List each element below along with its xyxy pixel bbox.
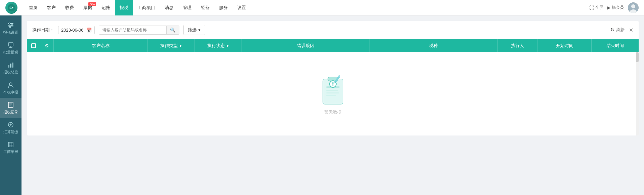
th-checkbox[interactable] [27,39,40,52]
annual-icon [7,141,14,148]
svg-point-0 [8,4,15,11]
sidebar-item-personal-tax-label: 个税申报 [3,90,18,94]
nav-home[interactable]: 首页 [24,0,42,15]
refresh-label: 刷新 [616,27,625,33]
table-header: ⚙ 客户名称 操作类型 ▼ 执行状态 ▼ 错误股因 [27,39,639,52]
reconcile-icon [7,121,14,128]
search-icon: 🔍 [170,28,176,33]
svg-point-7 [9,23,10,24]
fullscreen-button[interactable]: ⛶ 全屏 [589,5,603,10]
nav-menu: 首页 客户 收费 票据 new 记账 报税 工商项目 消息 管理 经营 服务 设… [24,0,589,15]
filter-label: 筛选 [188,27,197,33]
date-picker[interactable]: 2023-06-06 📅 [58,26,95,34]
sort-icon-op-type: ▼ [179,44,182,48]
sidebar-item-batch-tax[interactable]: 批量报税 [0,38,22,58]
fullscreen-icon: ⛶ [589,5,594,10]
date-label: 操作日期： [32,27,54,33]
sidebar-item-tax-overview[interactable]: 报税总览 [0,58,22,78]
chevron-down-icon: ▼ [198,28,201,32]
nav-message[interactable]: 消息 [160,0,178,15]
sort-icon-exec-status: ▼ [226,44,229,48]
svg-point-14 [9,83,12,85]
th-op-type[interactable]: 操作类型 ▼ [148,39,195,52]
table: ⚙ 客户名称 操作类型 ▼ 执行状态 ▼ 错误股因 [27,39,639,135]
sidebar-item-reconcile-label: 汇算清缴 [3,130,18,134]
nav-settings[interactable]: 设置 [232,0,251,15]
sidebar-item-reconcile[interactable]: 汇算清缴 [0,118,22,138]
th-error-reason: 错误股因 [242,39,370,52]
top-nav-right: ⛶ 全屏 ▶ 畅会员 [589,2,639,13]
nav-service[interactable]: 服务 [214,0,232,15]
video-icon: ▶ [607,5,610,10]
sidebar-item-tax-settings[interactable]: 报税设置 [0,18,22,38]
overview-icon [7,61,14,69]
settings-icon [7,22,14,29]
sidebar-item-tax-records-label: 报税记录 [3,110,18,114]
sidebar-item-personal-tax[interactable]: 个税申报 [0,78,22,98]
app-logo[interactable] [5,2,17,14]
nav-manage[interactable]: 管理 [178,0,196,15]
table-toolbar: 操作日期： 2023-06-06 📅 🔍 筛选 ▼ [27,21,639,39]
member-button[interactable]: ▶ 畅会员 [607,5,624,10]
nav-tax[interactable]: 报税 [115,0,133,15]
th-exec-status[interactable]: 执行状态 ▼ [195,39,242,52]
nav-client[interactable]: 客户 [42,0,60,15]
fullscreen-label: 全屏 [595,5,603,10]
scrollbar-track[interactable] [636,52,639,135]
svg-rect-22 [326,92,339,93]
sidebar-item-batch-tax-label: 批量报税 [3,50,18,54]
svg-rect-10 [8,43,13,46]
svg-rect-25 [332,82,333,85]
search-button[interactable]: 🔍 [166,26,179,34]
nav-fee[interactable]: 收费 [60,0,79,15]
close-icon: ✕ [629,27,633,33]
svg-rect-23 [326,95,336,96]
batch-icon [7,41,14,49]
svg-rect-13 [12,63,13,68]
th-end-time: 结束时间 [592,39,639,52]
records-icon [7,101,14,109]
search-input-wrap: 🔍 [99,26,179,35]
th-settings[interactable]: ⚙ [40,39,54,52]
svg-point-2 [631,4,635,8]
new-badge: new [88,2,96,6]
main-layout: 报税设置 批量报税 报税总览 [0,15,644,195]
select-all-checkbox[interactable] [31,43,36,48]
search-input[interactable] [99,26,166,34]
svg-point-26 [332,85,333,86]
svg-rect-21 [326,90,338,91]
th-executor: 执行人 [498,39,538,52]
refresh-button[interactable]: ↻ 刷新 [610,27,625,33]
member-label: 畅会员 [612,5,624,10]
scrollbar-thumb[interactable] [636,52,639,62]
svg-rect-11 [8,65,9,68]
empty-text: 暂无数据 [324,109,342,115]
sidebar-item-annual-report-label: 工商年报 [3,150,18,154]
user-avatar[interactable] [628,2,639,13]
svg-point-9 [9,26,11,28]
toolbar-right: ↻ 刷新 ✕ [610,27,633,33]
sidebar-item-annual-report[interactable]: 工商年报 [0,138,22,157]
date-value: 2023-06-06 [61,28,84,33]
filter-button[interactable]: 筛选 ▼ [183,25,206,35]
table-card: 操作日期： 2023-06-06 📅 🔍 筛选 ▼ [27,21,639,135]
table-body: 暂无数据 [27,52,639,135]
sidebar-item-tax-records[interactable]: 报税记录 [0,98,22,118]
th-tax-type: 税种 [370,39,498,52]
close-button[interactable]: ✕ [629,27,633,33]
sidebar: 报税设置 批量报税 报税总览 [0,15,22,195]
nav-finance[interactable]: 经营 [196,0,214,15]
person-icon [7,81,14,89]
refresh-icon: ↻ [610,27,615,33]
sidebar-item-tax-settings-label: 报税设置 [3,30,18,35]
th-client-name: 客户名称 [54,39,148,52]
svg-point-8 [11,25,13,26]
th-start-time: 开始时间 [538,39,592,52]
svg-rect-17 [8,142,13,147]
nav-bookkeep[interactable]: 记账 [97,0,115,15]
gear-icon: ⚙ [45,43,49,48]
nav-invoice[interactable]: 票据 new [79,0,97,15]
empty-illustration [316,72,350,109]
nav-bizproject[interactable]: 工商项目 [133,0,160,15]
calendar-icon: 📅 [86,28,92,33]
